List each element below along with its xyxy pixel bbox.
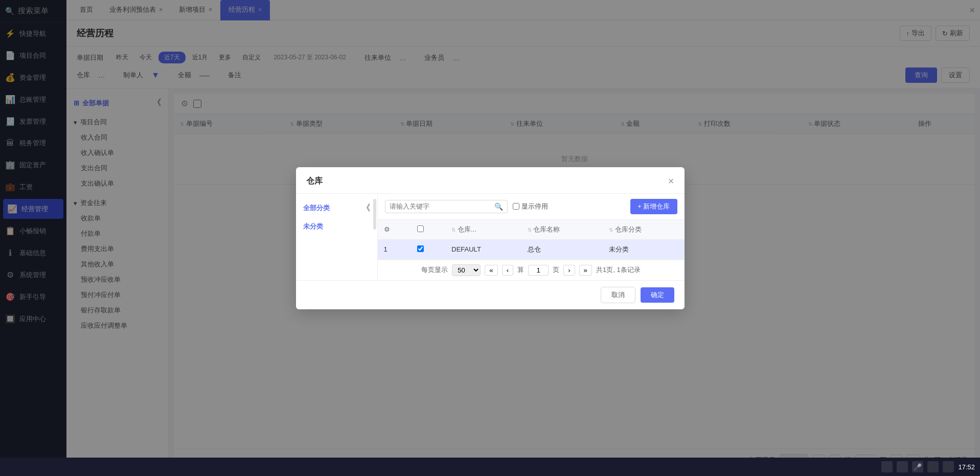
warehouse-modal: 仓库 × 全部分类 《 未分类 🔍 [296,167,685,309]
row-name-cell: 总仓 [521,239,603,259]
taskbar-icon-4[interactable]: 🖼 [927,461,939,472]
taskbar: S 中 🎤 🖼 ▦ 17:52 [0,458,980,476]
table-row[interactable]: 1 DEFAULT 总仓 未分类 [378,239,685,259]
show-disabled-checkbox[interactable] [513,203,519,210]
modal-page-total-label: 页 [553,265,559,275]
modal-header: 仓库 × [296,167,685,194]
taskbar-icon-5[interactable]: ▦ [943,461,954,472]
show-disabled-label: 显示停用 [513,202,548,211]
taskbar-time: 17:52 [958,463,975,471]
modal-page-size-label: 每页显示 [421,265,448,275]
th-warehouse-code: ⇅ 仓库... [445,220,521,240]
col-settings-icon[interactable]: ⚙ [384,225,390,233]
search-box: 🔍 [385,200,508,213]
modal-page-num-label: 算 [517,265,524,275]
modal-left-header[interactable]: 全部分类 《 [296,199,377,218]
modal-summary: 共1页, 1条记录 [596,265,641,275]
modal-page-size-select[interactable]: 5020100 [452,264,481,276]
row-checkbox[interactable] [417,245,424,252]
all-categories-label: 全部分类 [303,203,330,213]
warehouse-table: ⚙ ⇅ 仓库... ⇅ [378,220,685,260]
modal-table-container: ⚙ ⇅ 仓库... ⇅ [378,220,685,260]
cancel-button[interactable]: 取消 [601,287,635,303]
modal-pagination: 每页显示 5020100 « ‹ 算 页 › » 共1页, 1条记录 [378,260,685,280]
add-warehouse-button[interactable]: + 新增仓库 [630,199,677,214]
modal-actions: 取消 确定 [296,280,685,309]
modal-page-input[interactable] [528,265,549,276]
modal-toolbar: 🔍 显示停用 + 新增仓库 [378,194,685,220]
row-checkbox-cell [411,239,445,259]
taskbar-icon-3[interactable]: 🎤 [912,461,923,472]
th-checkbox [411,220,445,240]
modal-close-button[interactable]: × [668,175,674,187]
modal-left-uncategorized[interactable]: 未分类 [296,218,377,235]
row-code-cell: DEFAULT [445,239,521,259]
th-warehouse-name: ⇅ 仓库名称 [521,220,603,240]
row-settings-cell: 1 [378,239,411,259]
confirm-button[interactable]: 确定 [641,287,674,303]
scrollbar[interactable] [373,199,376,230]
modal-next-page-btn[interactable]: › [563,265,575,276]
modal-body: 全部分类 《 未分类 🔍 显示停用 [296,194,685,280]
th-settings: ⚙ [378,220,411,240]
modal-left-panel: 全部分类 《 未分类 [296,194,378,280]
taskbar-icon-1[interactable]: S [881,461,893,472]
modal-overlay: 仓库 × 全部分类 《 未分类 🔍 [0,0,980,476]
warehouse-search-input[interactable] [390,202,494,210]
modal-prev-page-btn[interactable]: ‹ [502,265,513,276]
taskbar-icon-2[interactable]: 中 [897,461,908,472]
modal-left-collapse-icon[interactable]: 《 [362,203,370,214]
modal-right-panel: 🔍 显示停用 + 新增仓库 [378,194,685,280]
modal-last-page-btn[interactable]: » [579,265,592,276]
th-warehouse-category: ⇅ 仓库分类 [603,220,684,240]
modal-title: 仓库 [306,176,323,187]
select-all-modal-checkbox[interactable] [417,225,424,232]
modal-first-page-btn[interactable]: « [485,265,497,276]
row-category-cell: 未分类 [603,239,684,259]
search-icon: 🔍 [494,202,503,211]
